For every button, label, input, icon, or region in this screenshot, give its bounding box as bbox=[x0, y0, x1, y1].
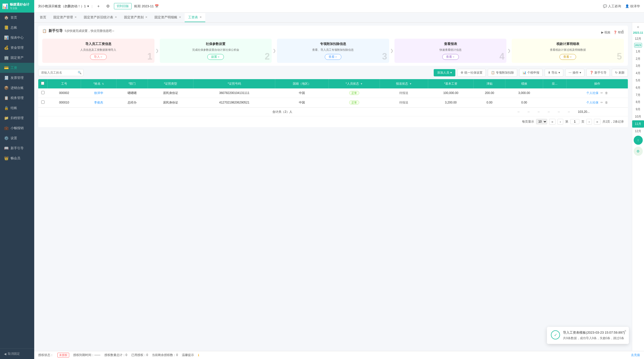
sidebar-item-reports[interactable]: 📊 报表中心 bbox=[0, 33, 34, 43]
add-employee-button[interactable]: 添加人员 ▾ bbox=[434, 69, 455, 76]
cal-month-12[interactable]: 12月 bbox=[632, 128, 644, 135]
last-page-button[interactable]: » bbox=[594, 119, 600, 125]
sidebar-item-expense[interactable]: 💼 小畅报销 bbox=[0, 123, 34, 133]
page-number-input[interactable] bbox=[570, 119, 579, 124]
tax-report-button[interactable]: 📊 个税申报 bbox=[519, 69, 543, 77]
sidebar-item-funds[interactable]: 💰 资金管理 bbox=[0, 43, 34, 53]
toast-close-button[interactable]: × bbox=[624, 329, 626, 333]
sidebar-item-guide[interactable]: 📖 新手引导 bbox=[0, 143, 34, 153]
tax-icon: 📋 bbox=[4, 96, 9, 100]
row-name-2[interactable]: 李俊杰 bbox=[81, 98, 116, 107]
search-input[interactable] bbox=[38, 69, 84, 76]
cal-month-9[interactable]: 9月 bbox=[632, 106, 644, 113]
th-report-status[interactable]: 报送状态 ▼ bbox=[380, 79, 428, 88]
add-account-button[interactable]: + bbox=[95, 3, 102, 10]
personal-insurance-link-1[interactable]: 个人社保 bbox=[586, 91, 598, 95]
tab-close-assets[interactable]: ✕ bbox=[74, 16, 77, 19]
sidebar-item-home[interactable]: 🏠 首页 bbox=[0, 13, 34, 23]
tab-payroll[interactable]: 工资表 ✕ bbox=[185, 13, 205, 22]
guide-step-3-btn[interactable]: 查看＞ bbox=[325, 54, 341, 60]
tab-close-depreciation[interactable]: ✕ bbox=[115, 16, 117, 19]
row-check-1[interactable] bbox=[38, 88, 47, 98]
tab-home[interactable]: 首页 bbox=[36, 13, 50, 22]
guide-step-1-btn[interactable]: 导入＞ bbox=[90, 54, 107, 60]
edit-icon-2[interactable]: ✏ bbox=[600, 101, 603, 104]
tab-asset-detail[interactable]: 固定资产明细账 ✕ bbox=[151, 13, 185, 22]
sidebar-item-assets[interactable]: 🏢 固定资产 bbox=[0, 53, 34, 63]
cal-month-6[interactable]: 6月 bbox=[632, 84, 644, 91]
row-operation-2[interactable]: 个人社保 ✏ 🗑 bbox=[567, 98, 628, 107]
sidebar-item-member[interactable]: 👑 畅会员 bbox=[0, 153, 34, 163]
tab-asset-category[interactable]: 固定资产类别 ✕ bbox=[120, 13, 151, 22]
account-settings-button[interactable]: ⚙ bbox=[104, 3, 111, 10]
tab-assets[interactable]: 固定资产管理 ✕ bbox=[50, 13, 80, 22]
guide-step-2-btn[interactable]: 设置＞ bbox=[207, 54, 224, 60]
cancel-pin-button[interactable]: ◀ 取消固定 bbox=[0, 348, 34, 359]
cal-year-2023[interactable]: 2023 bbox=[634, 43, 642, 47]
employee-name-link-1[interactable]: 徐泽华 bbox=[94, 91, 103, 95]
employee-name-link-2[interactable]: 李俊杰 bbox=[94, 101, 103, 104]
calendar-circle-nav[interactable]: ↑ bbox=[634, 136, 643, 145]
ai-consult-button[interactable]: 💬 人工咨询 bbox=[603, 4, 621, 9]
cal-month-2[interactable]: 2月 bbox=[632, 55, 644, 63]
refresh-button[interactable]: ↻ 刷新 bbox=[612, 69, 628, 77]
account-selector[interactable]: 刘小艳演示账套（勿删勿动！）1 ▾ bbox=[38, 4, 89, 9]
guide-step-4-btn[interactable]: 查看＞ bbox=[442, 54, 459, 60]
charge-link[interactable]: 去充值 bbox=[631, 353, 640, 357]
select-all-header[interactable] bbox=[38, 79, 47, 88]
sidebar-item-inventory[interactable]: 📦 进销台账 bbox=[0, 83, 34, 93]
cal-month-4[interactable]: 4月 bbox=[632, 70, 644, 77]
export-button[interactable]: ⬇ 导出 ▾ bbox=[545, 69, 563, 77]
select-all-checkbox[interactable] bbox=[41, 82, 44, 85]
sidebar-item-archive[interactable]: 📁 归档管理 bbox=[0, 113, 34, 123]
calendar-settings-circle[interactable]: ⚙ bbox=[634, 147, 643, 156]
switch-version-button[interactable]: 切到旧版 bbox=[114, 3, 132, 9]
tab-close-payroll[interactable]: ✕ bbox=[199, 16, 202, 19]
cal-month-5[interactable]: 5月 bbox=[632, 77, 644, 84]
filter-status-icon[interactable]: ▼ bbox=[360, 82, 363, 85]
row-checkbox-1[interactable] bbox=[41, 91, 45, 94]
deduction-button[interactable]: 📋 专项附加扣除 bbox=[488, 69, 517, 77]
per-page-select[interactable]: 10 20 50 bbox=[536, 119, 547, 124]
row-operation-1[interactable]: 个人社保 ✏ 🗑 bbox=[567, 88, 628, 98]
sidebar-item-tax[interactable]: 📋 税务管理 bbox=[0, 93, 34, 103]
guide-step-5-btn[interactable]: 查看＞ bbox=[559, 54, 576, 60]
personal-insurance-link-2[interactable]: 个人社保 bbox=[586, 100, 598, 105]
tab-depreciation[interactable]: 固定资产折旧统计表 ✕ bbox=[80, 13, 120, 22]
user-profile-button[interactable]: 👤 徐泽华 bbox=[625, 4, 640, 9]
sidebar-item-payroll[interactable]: 💳 工资 bbox=[0, 63, 34, 73]
tab-close-asset-detail[interactable]: ✕ bbox=[179, 16, 181, 19]
cal-month-1[interactable]: 1月 bbox=[632, 48, 644, 55]
filter-report-icon[interactable]: ▼ bbox=[409, 82, 412, 85]
calendar-expand-button[interactable]: « bbox=[636, 24, 640, 30]
delete-icon-1[interactable]: 🗑 bbox=[605, 91, 608, 95]
sidebar-item-invoices[interactable]: 🧾 发票管理 bbox=[0, 73, 34, 83]
sidebar-item-closing[interactable]: 🔒 结账 bbox=[0, 103, 34, 113]
next-page-button[interactable]: › bbox=[586, 119, 592, 125]
cal-month-11[interactable]: 11月 bbox=[632, 120, 644, 128]
guide-button[interactable]: ❓ 新手引导 bbox=[586, 69, 610, 77]
cal-month-12-2023[interactable]: 12月 bbox=[632, 35, 644, 42]
tab-close-asset-category[interactable]: ✕ bbox=[145, 16, 147, 19]
row-name-1[interactable]: 徐泽华 bbox=[81, 88, 116, 98]
cal-month-10[interactable]: 10月 bbox=[632, 113, 644, 120]
cal-month-7[interactable]: 7月 bbox=[632, 91, 644, 99]
prev-page-button[interactable]: ‹ bbox=[557, 119, 563, 125]
th-name[interactable]: *姓名 ⇅ bbox=[81, 79, 116, 88]
cal-month-3[interactable]: 3月 bbox=[632, 62, 644, 70]
social-insurance-button[interactable]: ⚙ 统一社保设置 bbox=[457, 69, 486, 77]
sidebar-item-ledger[interactable]: 📒 总账 bbox=[0, 23, 34, 33]
th-status[interactable]: *人员状态 ▼ bbox=[329, 79, 380, 88]
sidebar-item-settings[interactable]: ⚙️ 设置 bbox=[0, 133, 34, 143]
row-checkbox-2[interactable] bbox=[41, 100, 45, 104]
delete-icon-2[interactable]: 🗑 bbox=[605, 101, 608, 104]
first-page-button[interactable]: « bbox=[549, 119, 555, 125]
operation-button[interactable]: ⋯ 操作 ▾ bbox=[565, 69, 584, 77]
cal-month-8[interactable]: 8月 bbox=[632, 98, 644, 106]
period-selector[interactable]: 账期 2023-11 📅 bbox=[134, 4, 159, 9]
row-check-2[interactable] bbox=[38, 98, 47, 107]
guide-video-link[interactable]: ▶ 视频 bbox=[601, 30, 610, 35]
edit-icon-1[interactable]: ✏ bbox=[600, 91, 603, 95]
guide-close-button[interactable]: × bbox=[622, 29, 624, 33]
sort-name-icon[interactable]: ⇅ bbox=[102, 82, 104, 85]
